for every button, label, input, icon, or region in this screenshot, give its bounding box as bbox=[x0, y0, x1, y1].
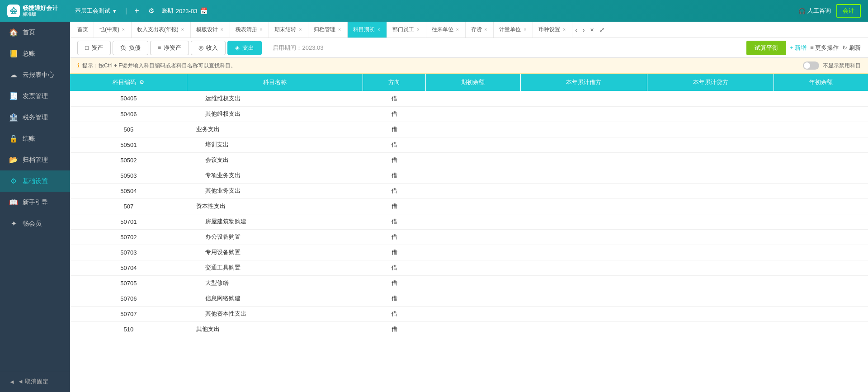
sidebar-item-ledger[interactable]: 📒 总账 bbox=[0, 43, 70, 64]
cell-direction: 借 bbox=[363, 306, 426, 321]
table-row[interactable]: 50501培训支出借 bbox=[70, 137, 868, 152]
tab-currency-close[interactable]: × bbox=[562, 27, 566, 32]
table-row[interactable]: 50705大型修缮借 bbox=[70, 275, 868, 291]
sidebar-item-checkout[interactable]: 🔒 结账 bbox=[0, 128, 70, 149]
tab-template[interactable]: 模版设计 × bbox=[191, 22, 230, 38]
tab-tax-table[interactable]: 税表清册 × bbox=[230, 22, 269, 38]
tab-income-expense[interactable]: 收入支出表(年报) × bbox=[132, 22, 191, 38]
sidebar-item-archive[interactable]: 📂 归档管理 bbox=[0, 149, 70, 170]
customer-service-button[interactable]: 🎧 人工咨询 bbox=[798, 7, 831, 15]
tab-period-end-close[interactable]: × bbox=[298, 27, 302, 32]
cell-year-debit bbox=[520, 245, 647, 260]
table-row[interactable]: 50405运维维权支出借 bbox=[70, 91, 868, 106]
add-company-button[interactable]: + bbox=[132, 6, 141, 16]
tab-subject-init-close[interactable]: × bbox=[377, 27, 381, 32]
tab-inventory[interactable]: 存货 × bbox=[466, 22, 494, 38]
table-row[interactable]: 50707其他资本性支出借 bbox=[70, 306, 868, 321]
tab-mid-report-close[interactable]: × bbox=[121, 27, 126, 32]
sidebar-label-tax: 税务管理 bbox=[23, 113, 48, 122]
cat-liability-button[interactable]: 负 负债 bbox=[113, 41, 148, 55]
table-row[interactable]: 50406其他维权支出借 bbox=[70, 106, 868, 122]
disable-subject-toggle[interactable] bbox=[803, 61, 819, 70]
tab-template-close[interactable]: × bbox=[220, 27, 224, 32]
sidebar-item-tax[interactable]: 🏦 税务管理 bbox=[0, 107, 70, 128]
invoice-icon: 🧾 bbox=[9, 92, 18, 100]
cell-period-balance bbox=[426, 260, 521, 275]
table-row[interactable]: 50704交通工具购置借 bbox=[70, 260, 868, 275]
tab-unit[interactable]: 计量单位 × bbox=[494, 22, 533, 38]
cat-income-button[interactable]: ◎ 收入 bbox=[191, 41, 226, 55]
income-icon: ◎ bbox=[198, 44, 203, 51]
sidebar-label-guide: 新手引导 bbox=[23, 198, 48, 207]
cell-year-debit bbox=[520, 260, 647, 275]
guide-icon: 📖 bbox=[9, 198, 18, 207]
tab-income-expense-close[interactable]: × bbox=[180, 27, 185, 32]
cat-asset-button[interactable]: □ 资产 bbox=[77, 41, 111, 55]
settings-icon[interactable]: ⚙ bbox=[139, 79, 144, 85]
cell-code: 50706 bbox=[70, 291, 187, 306]
cell-year-balance bbox=[774, 214, 868, 229]
table-row[interactable]: 50703专用设备购置借 bbox=[70, 245, 868, 260]
cell-period-balance bbox=[426, 306, 521, 321]
cell-year-credit bbox=[647, 198, 774, 214]
tab-contacts[interactable]: 往来单位 × bbox=[426, 22, 466, 38]
refresh-button[interactable]: ↻ 刷新 bbox=[842, 44, 861, 52]
tab-currency[interactable]: 币种设置 × bbox=[533, 22, 572, 38]
tab-close-all-button[interactable]: × bbox=[587, 22, 596, 38]
toggle-label: 不显示禁用科目 bbox=[823, 62, 861, 70]
tab-currency-label: 币种设置 bbox=[538, 26, 560, 33]
cell-year-credit bbox=[647, 168, 774, 183]
cell-name: 资本性支出 bbox=[187, 198, 363, 214]
tab-prev-button[interactable]: ‹ bbox=[572, 22, 580, 38]
table-row[interactable]: 505业务支出借 bbox=[70, 122, 868, 137]
cell-year-balance bbox=[774, 137, 868, 152]
cell-direction: 借 bbox=[363, 122, 426, 137]
tab-tax-table-close[interactable]: × bbox=[259, 27, 264, 32]
sidebar-item-cloud-report[interactable]: ☁ 云报表中心 bbox=[0, 64, 70, 85]
action-buttons: 试算平衡 + 新增 ≡ 更多操作 ↻ 刷新 bbox=[746, 41, 861, 55]
sidebar-item-member[interactable]: ✦ 畅会员 bbox=[0, 213, 70, 234]
table-row[interactable]: 50706信息网络购建借 bbox=[70, 291, 868, 306]
tab-home[interactable]: 首页 bbox=[72, 22, 94, 38]
table-row[interactable]: 50503专项业务支出借 bbox=[70, 168, 868, 183]
table-row[interactable]: 507资本性支出借 bbox=[70, 198, 868, 214]
tab-unit-close[interactable]: × bbox=[523, 27, 527, 32]
table-row[interactable]: 510其他支出借 bbox=[70, 321, 868, 337]
trial-balance-button[interactable]: 试算平衡 bbox=[746, 41, 786, 55]
tab-period-end[interactable]: 期末结转 × bbox=[269, 22, 308, 38]
cell-year-debit bbox=[520, 275, 647, 291]
tab-archive-mgr[interactable]: 归档管理 × bbox=[308, 22, 348, 38]
tab-expand-button[interactable]: ⤢ bbox=[597, 22, 608, 38]
tab-next-button[interactable]: › bbox=[580, 22, 588, 38]
tab-dept-staff-close[interactable]: × bbox=[416, 27, 420, 32]
account-button[interactable]: 会计 bbox=[836, 4, 861, 18]
cell-code: 50703 bbox=[70, 245, 187, 260]
add-button[interactable]: + 新增 bbox=[790, 44, 807, 52]
sidebar-item-guide[interactable]: 📖 新手引导 bbox=[0, 192, 70, 213]
table-row[interactable]: 50504其他业务支出借 bbox=[70, 183, 868, 198]
tab-contacts-close[interactable]: × bbox=[455, 27, 460, 32]
company-selector[interactable]: 基层工会测试 ▾ bbox=[71, 5, 120, 17]
cat-net-asset-button[interactable]: ≡ 净资产 bbox=[150, 41, 189, 55]
table-row[interactable]: 50502会议支出借 bbox=[70, 152, 868, 168]
table-row[interactable]: 50702办公设备购置借 bbox=[70, 229, 868, 245]
chevron-down-icon: ▾ bbox=[113, 8, 116, 14]
more-actions-button[interactable]: ≡ 更多操作 bbox=[810, 44, 839, 52]
settings-icon[interactable]: ⚙ bbox=[146, 7, 156, 15]
sidebar-item-basic[interactable]: ⚙ 基础设置 bbox=[0, 170, 70, 192]
tab-dept-staff[interactable]: 部门员工 × bbox=[387, 22, 426, 38]
sidebar: 🏠 首页 📒 总账 ☁ 云报表中心 🧾 发票管理 🏦 税务管理 🔒 结账 📂 归… bbox=[0, 22, 70, 392]
table-row[interactable]: 50701房屋建筑物购建借 bbox=[70, 214, 868, 229]
tab-subject-init[interactable]: 科目期初 × bbox=[348, 22, 387, 38]
cell-code: 50701 bbox=[70, 214, 187, 229]
tab-archive-mgr-close[interactable]: × bbox=[337, 27, 342, 32]
calendar-icon[interactable]: 📅 bbox=[200, 7, 208, 14]
sidebar-collapse-button[interactable]: ◄ ◄ 取消固定 bbox=[0, 371, 70, 392]
sidebar-item-home[interactable]: 🏠 首页 bbox=[0, 22, 70, 43]
cell-period-balance bbox=[426, 106, 521, 122]
tab-mid-report[interactable]: 乜(中期) × bbox=[94, 22, 132, 38]
sidebar-item-invoice[interactable]: 🧾 发票管理 bbox=[0, 85, 70, 107]
tab-inventory-close[interactable]: × bbox=[484, 27, 488, 32]
cat-expense-button[interactable]: ◈ 支出 bbox=[227, 41, 262, 55]
cloud-icon: ☁ bbox=[9, 71, 18, 79]
